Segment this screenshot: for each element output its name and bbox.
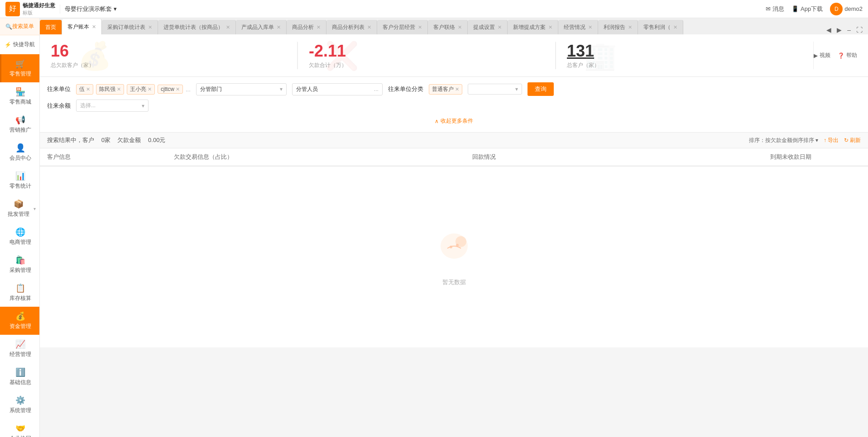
sidebar-item-batch-mgmt[interactable]: 📦 批发管理 ▾: [0, 195, 39, 223]
sidebar-item-member-center[interactable]: 👤 会员中心: [0, 138, 39, 166]
tab-retail-profit[interactable]: 零售利润（ ✕: [638, 20, 683, 34]
sidebar-nav: ⚡ 快捷导航: [0, 35, 39, 54]
filter-unit-type-tags: 普通客户 ✕: [429, 84, 462, 95]
tab-customer-segment-close[interactable]: ✕: [418, 24, 422, 30]
username: demo2: [844, 5, 863, 12]
tab-profit-report-label: 利润报告: [604, 24, 625, 31]
tab-customer-contact-close[interactable]: ✕: [458, 24, 462, 30]
export-label: 导出: [828, 137, 839, 144]
tab-goods-analysis-list-close[interactable]: ✕: [367, 24, 371, 30]
tab-goods-analysis-close[interactable]: ✕: [317, 24, 321, 30]
unit-type-select[interactable]: ▾: [468, 84, 522, 95]
sidebar-item-inventory[interactable]: 📋 库存核算: [0, 279, 39, 307]
sidebar-item-marketing[interactable]: 📢 营销推广: [0, 110, 39, 138]
empty-state: 暂无数据: [436, 201, 472, 314]
tab-customer-contact[interactable]: 客户联络 ✕: [428, 20, 468, 34]
workspace-chevron-icon: ▾: [114, 5, 117, 12]
tab-nav-left-btn[interactable]: ◀: [825, 25, 833, 34]
stat-bg-icon-3: 🏢: [583, 39, 617, 71]
tab-minimize-btn[interactable]: –: [845, 25, 853, 34]
sidebar-item-retail-mgmt[interactable]: 🛒 零售管理: [0, 54, 39, 82]
tab-customer-account[interactable]: 客户账本 ✕: [62, 19, 102, 34]
tab-profit-report[interactable]: 利润报告 ✕: [598, 20, 638, 34]
sidebar-quick-nav[interactable]: ⚡ 快捷导航: [0, 38, 39, 51]
filter-tag-normal-customer-close[interactable]: ✕: [455, 86, 459, 92]
tab-reminder-settings-close[interactable]: ✕: [498, 24, 502, 30]
filter-tag-normal-customer: 普通客户 ✕: [429, 84, 462, 95]
filter-row-1: 往来单位 伍 ✕ 陈民强 ✕ 王小亮 ✕: [47, 82, 861, 96]
filter-tag-chen-close[interactable]: ✕: [117, 86, 121, 92]
tab-production-inbound[interactable]: 产成品入库单 ✕: [236, 20, 287, 34]
sidebar-member-center-label: 会员中心: [10, 154, 31, 162]
quick-nav-label: 快捷导航: [13, 41, 35, 48]
tab-inbound-stats-label: 进货单统计表（按商品）: [163, 24, 223, 31]
sidebar-item-basic-info[interactable]: ℹ️ 基础信息: [0, 363, 39, 391]
tab-business-situation-close[interactable]: ✕: [588, 24, 592, 30]
tab-new-achievement-close[interactable]: ✕: [548, 24, 552, 30]
filter-tag-cjttcw-close[interactable]: ✕: [176, 86, 180, 92]
sidebar-item-retail-mall[interactable]: 🏪 零售商城: [0, 82, 39, 110]
person-more-btn[interactable]: ...: [374, 86, 379, 92]
app-download-btn[interactable]: 📱 App下载: [791, 5, 823, 13]
stat-overdue-amount: ❌ -2.11 欠款合计（万）: [298, 42, 556, 69]
tab-goods-analysis-list[interactable]: 商品分析列表 ✕: [326, 20, 377, 34]
tab-goods-analysis[interactable]: 商品分析 ✕: [287, 20, 326, 34]
tab-purchase-order-stats[interactable]: 采购订单统计表 ✕: [102, 20, 158, 34]
sidebar-item-retail-stats[interactable]: 📊 零售统计: [0, 166, 39, 195]
sidebar-search[interactable]: 🔍 搜索菜单: [0, 18, 39, 35]
tab-customer-account-label: 客户账本: [67, 23, 89, 31]
tabbar-controls: ◀ ▶ – ⛶: [821, 25, 868, 34]
sidebar-enterprise-coop-label: 企业协同: [10, 435, 31, 437]
dept-select[interactable]: 分管部门 ▾: [196, 83, 287, 95]
unit-type-chevron-icon: ▾: [515, 86, 518, 92]
sort-btn[interactable]: 排序：按欠款金额倒序排序 ▾: [749, 137, 818, 144]
tab-purchase-order-close[interactable]: ✕: [148, 24, 152, 30]
results-info: 搜索结果中，客户 0家 欠款金额 0.00元: [47, 136, 171, 144]
inventory-icon: 📋: [15, 283, 25, 293]
tab-nav-right-btn[interactable]: ▶: [835, 25, 844, 34]
collapse-label: 收起更多条件: [441, 117, 473, 125]
video-btn[interactable]: ▶ 视频: [814, 52, 830, 59]
message-btn[interactable]: ✉ 消息: [766, 5, 784, 13]
person-select[interactable]: 分管人员 ...: [292, 83, 383, 95]
tab-retail-profit-close[interactable]: ✕: [673, 24, 677, 30]
tab-new-achievement[interactable]: 新增提成方案 ✕: [508, 20, 558, 34]
sidebar-item-system[interactable]: ⚙️ 系统管理: [0, 391, 39, 419]
filter-tag-cjttcw: cjttcw ✕: [158, 85, 183, 94]
purchase-icon: 🛍️: [15, 255, 25, 265]
system-icon: ⚙️: [15, 395, 25, 405]
basic-info-icon: ℹ️: [15, 367, 25, 377]
col-debt-info: 欠款交易信息（占比）: [174, 153, 472, 161]
sidebar-item-ecommerce[interactable]: 🌐 电商管理: [0, 223, 39, 251]
message-icon: ✉: [766, 5, 771, 12]
export-btn[interactable]: ↑ 导出: [824, 137, 839, 144]
tab-profit-report-close[interactable]: ✕: [628, 24, 632, 30]
sidebar-item-operation[interactable]: 📈 经营管理: [0, 335, 39, 363]
refresh-btn[interactable]: ↻ 刷新: [844, 137, 861, 144]
customer-count: 0家: [101, 137, 110, 143]
tab-customer-segment[interactable]: 客户分层经营 ✕: [377, 20, 428, 34]
tab-customer-account-close[interactable]: ✕: [92, 24, 96, 30]
tab-inbound-close[interactable]: ✕: [226, 24, 230, 30]
sidebar-retail-mgmt-label: 零售管理: [10, 70, 31, 78]
tab-production-close[interactable]: ✕: [277, 24, 281, 30]
tab-reminder-settings[interactable]: 提成设置 ✕: [468, 20, 508, 34]
sidebar-item-enterprise-coop[interactable]: 🤝 企业协同: [0, 419, 39, 437]
filter-more-btn[interactable]: ...: [186, 86, 191, 93]
query-button[interactable]: 查询: [528, 82, 554, 96]
balance-select[interactable]: 选择... ▾: [76, 100, 149, 112]
tab-home[interactable]: 首页: [40, 20, 62, 34]
filter-tag-wang-close[interactable]: ✕: [148, 86, 152, 92]
user-area[interactable]: D demo2: [830, 3, 863, 15]
tab-production-inbound-label: 产成品入库单: [241, 24, 274, 31]
sidebar-item-finance[interactable]: 💰 资金管理: [0, 307, 39, 335]
tab-inbound-stats[interactable]: 进货单统计表（按商品） ✕: [158, 20, 236, 34]
help-btn[interactable]: ❓ 帮助: [838, 52, 857, 59]
sidebar-item-purchase[interactable]: 🛍️ 采购管理: [0, 251, 39, 279]
filter-tag-wu-close[interactable]: ✕: [86, 86, 90, 92]
tab-business-situation[interactable]: 经营情况 ✕: [558, 20, 598, 34]
workspace-selector[interactable]: 母婴行业演示帐套 ▾: [65, 5, 117, 13]
filter-collapse-btn[interactable]: ∧ 收起更多条件: [47, 115, 861, 127]
col-repayment: 回款情况: [472, 153, 771, 161]
tab-maximize-btn[interactable]: ⛶: [854, 25, 864, 34]
